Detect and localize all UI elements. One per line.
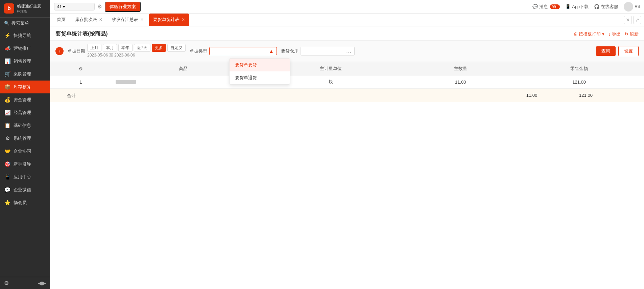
tab-label: 首页 [57, 17, 66, 23]
tab-label: 要货单统计表 [153, 17, 180, 23]
shortcut-icon: ⚡ [4, 32, 11, 39]
sidebar-item-shortcut[interactable]: ⚡快捷导航 [0, 29, 50, 42]
data-table: ⚙商品主计量单位主数量零售金额 1块11.00121.00 [50, 62, 644, 89]
message-icon: 💬 [532, 4, 538, 9]
date-btn-近7天[interactable]: 近7天 [134, 44, 150, 52]
warehouse-filter-label: 要货仓库 [281, 48, 299, 54]
page-title: 要货单统计表(按商品) [55, 30, 108, 38]
tab-label: 库存批次账 [75, 17, 97, 23]
dropdown-item-要货单要货[interactable]: 要货单要货 [230, 59, 290, 71]
purchase-icon: 🛒 [4, 71, 11, 77]
print-btn[interactable]: 🖨 按模板打印 ▾ [573, 31, 604, 37]
sidebar-item-label: 采购管理 [14, 71, 31, 77]
query-button[interactable]: 查询 [596, 46, 616, 56]
date-btn-上月[interactable]: 上月 [87, 44, 101, 52]
operations-icon: 📈 [4, 110, 11, 116]
type-filter-select[interactable]: ▲ [209, 47, 277, 55]
topbar-gear-icon[interactable]: ⚙ [97, 3, 102, 10]
warehouse-more-icon[interactable]: … [346, 48, 352, 54]
date-btn-本年[interactable]: 本年 [118, 44, 133, 52]
sidebar-bottom: ⚙ ◀▶ [0, 277, 50, 289]
tab-batch-account[interactable]: 库存批次账✕ [71, 14, 106, 26]
settings-button[interactable]: 设置 [618, 46, 639, 56]
sidebar-item-sales[interactable]: 📊销售管理 [0, 55, 50, 68]
cell-qty: 11.00 [407, 75, 514, 89]
sidebar-item-system[interactable]: ⚙系统管理 [0, 132, 50, 145]
tab-close-btn[interactable]: ✕ [182, 17, 185, 22]
footer-label: 合计 [57, 93, 76, 99]
cell-index: 1 [50, 75, 112, 89]
type-filter-input[interactable] [212, 49, 269, 54]
filter-bar: › 单据日期 上月本月本年近7天更多自定义 2023-05-06 至 2023-… [50, 41, 644, 62]
sidebar-item-wechat[interactable]: 💬企业微信 [0, 183, 50, 196]
sidebar-item-operations[interactable]: 📈经营管理 [0, 106, 50, 119]
date-btn-本月[interactable]: 本月 [103, 44, 117, 52]
system-icon: ⚙ [4, 135, 11, 141]
type-filter-label: 单据类型 [190, 48, 207, 54]
tab-close-all-btn[interactable]: ✕ [624, 16, 632, 24]
date-filter-group: 单据日期 上月本月本年近7天更多自定义 2023-05-06 至 2023-06… [68, 44, 186, 58]
basic-icon: 📋 [4, 123, 11, 129]
sidebar-item-label: 系统管理 [14, 135, 31, 141]
col-header-index[interactable]: ⚙ [50, 62, 112, 75]
date-btn-更多[interactable]: 更多 [152, 44, 166, 52]
sidebar-item-label: 企业协同 [14, 148, 31, 154]
table-row: 1块11.00121.00 [50, 75, 644, 89]
sidebar-item-inventory[interactable]: 📦库存核算 [0, 81, 50, 93]
filter-toggle-btn[interactable]: › [55, 47, 64, 55]
sidebar-item-finance[interactable]: 💰资金管理 [0, 93, 50, 106]
tab-order-summary[interactable]: 要货单统计表✕ [149, 14, 189, 26]
download-icon: 📱 [565, 4, 571, 9]
wechat-icon: 💬 [4, 187, 11, 193]
collapse-icon[interactable]: ◀▶ [38, 280, 46, 286]
refresh-btn[interactable]: ↻ 刷新 [625, 31, 639, 37]
col-header-qty: 主数量 [407, 62, 514, 75]
sidebar-item-basic[interactable]: 📋基础信息 [0, 119, 50, 132]
sidebar-item-purchase[interactable]: 🛒采购管理 [0, 68, 50, 81]
app-logo: b 畅捷通好生意 标准版 [0, 0, 50, 18]
tab-receive-summary[interactable]: 收发存汇总表✕ [108, 14, 148, 26]
store-selector[interactable]: 41 ▾ [54, 3, 95, 10]
user-avatar-btn[interactable]: Rit [624, 2, 640, 12]
sidebar-item-label: 资金管理 [14, 97, 31, 103]
tab-close-btn[interactable]: ✕ [140, 17, 144, 22]
date-buttons: 上月本月本年近7天更多自定义 [87, 44, 186, 52]
search-icon: 🔍 [4, 21, 9, 26]
tab-label: 收发存汇总表 [112, 17, 138, 23]
sidebar-item-appstore[interactable]: 📱应用中心 [0, 171, 50, 183]
settings-icon[interactable]: ⚙ [4, 280, 9, 286]
date-btn-自定义[interactable]: 自定义 [167, 44, 186, 52]
footer-qty: 11.00 [526, 93, 538, 98]
dropdown-icon: ▾ [63, 4, 65, 9]
sidebar-item-label: 畅会员 [14, 200, 27, 206]
promo-button[interactable]: 体验行业方案 [105, 2, 141, 12]
main-area: 41 ▾ ⚙ 体验行业方案 💬 消息 99+ 📱 App下载 🎧 在线客服 [50, 0, 644, 289]
sidebar-search[interactable]: 🔍 搜索菜单 [0, 18, 50, 29]
print-dropdown-icon: ▾ [602, 31, 604, 37]
sidebar-item-guide[interactable]: 🎯新手引导 [0, 158, 50, 171]
export-btn[interactable]: ↓ 导出 [609, 31, 621, 37]
tab-close-btn[interactable]: ✕ [99, 17, 102, 22]
service-btn[interactable]: 🎧 在线客服 [594, 4, 618, 10]
page-content: 要货单统计表(按商品) 🖨 按模板打印 ▾ ↓ 导出 ↻ 刷新 [50, 26, 644, 289]
table-header-row: ⚙商品主计量单位主数量零售金额 [50, 62, 644, 75]
sidebar-item-vip[interactable]: ⭐畅会员 [0, 196, 50, 209]
message-btn[interactable]: 💬 消息 99+ [532, 4, 560, 10]
type-dropdown: 要货单要货要货单退货 [229, 58, 290, 85]
download-btn[interactable]: 📱 App下载 [565, 4, 589, 10]
sidebar-item-enterprise[interactable]: 🤝企业协同 [0, 145, 50, 158]
type-filter-arrow[interactable]: ▲ [269, 48, 274, 54]
dropdown-item-要货单退货[interactable]: 要货单退货 [230, 71, 290, 84]
tab-home[interactable]: 首页 [53, 14, 70, 26]
sidebar-nav: ⚡快捷导航📣营销推广📊销售管理🛒采购管理📦库存核算💰资金管理📈经营管理📋基础信息… [0, 29, 50, 277]
footer-amount: 121.00 [579, 93, 593, 98]
warehouse-filter-input[interactable]: … [301, 47, 355, 55]
sidebar-item-label: 新手引导 [14, 161, 31, 167]
topbar-right: 💬 消息 99+ 📱 App下载 🎧 在线客服 Rit [532, 2, 640, 12]
service-icon: 🎧 [594, 4, 599, 9]
sidebar-item-marketing[interactable]: 📣营销推广 [0, 42, 50, 55]
tab-restore-btn[interactable]: ⤢ [633, 16, 641, 24]
topbar: 41 ▾ ⚙ 体验行业方案 💬 消息 99+ 📱 App下载 🎧 在线客服 [50, 0, 644, 14]
filter-actions: 查询 设置 [596, 46, 639, 56]
footer-cols: 合计 11.00 121.00 [54, 93, 640, 99]
